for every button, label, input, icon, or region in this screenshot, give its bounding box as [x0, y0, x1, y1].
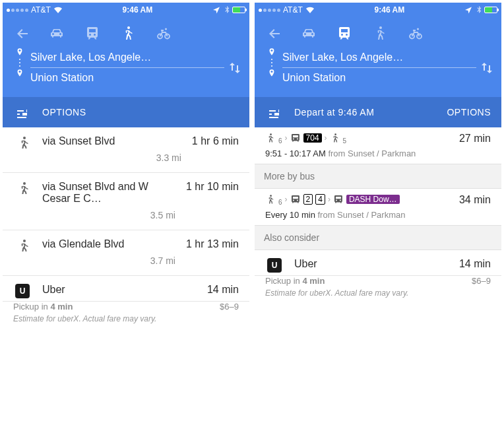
transit-frequency: Every 10 min [265, 210, 315, 220]
back-icon[interactable] [267, 26, 281, 40]
uber-row[interactable]: U Uber 14 min [3, 276, 249, 302]
signal-dots [259, 9, 280, 12]
route-marker-column [261, 48, 282, 88]
mode-walk-icon[interactable] [372, 25, 388, 41]
destination-field[interactable]: Union Station [30, 68, 224, 88]
walk-icon [330, 133, 340, 143]
route-via: via Sunset Blvd [42, 135, 181, 147]
uber-logo-icon: U [267, 258, 282, 273]
bus-line-badge: DASH Dow… [346, 195, 400, 204]
uber-title: Uber [294, 258, 449, 273]
mode-transit-icon[interactable] [84, 25, 100, 41]
route-duration: 1 hr 6 min [192, 135, 239, 147]
uber-disclaimer: Estimate for uberX. Actual fare may vary… [3, 314, 249, 331]
clock-label: 9:46 AM [375, 5, 405, 15]
uber-duration: 14 min [459, 258, 491, 273]
chevron-right-icon: › [285, 133, 288, 143]
wifi-icon [53, 6, 63, 14]
options-bar: Depart at 9:46 AM OPTIONS [255, 97, 501, 127]
options-button[interactable]: OPTIONS [447, 107, 501, 117]
walk-route-row[interactable]: via Glendale Blvd 3.7 mi 1 hr 13 min [3, 230, 249, 276]
bluetooth-icon [223, 5, 230, 15]
chevron-right-icon: › [285, 195, 288, 204]
destination-field[interactable]: Union Station [282, 68, 476, 88]
chevron-right-icon: › [325, 133, 327, 143]
bus-icon [290, 194, 301, 205]
section-header-also-consider: Also consider [255, 225, 501, 250]
bluetooth-icon [475, 5, 482, 15]
phone-walking: AT&T 9:46 AM [3, 3, 249, 331]
uber-disclaimer: Estimate for uberX. Actual fare may vary… [255, 288, 501, 306]
uber-row[interactable]: U Uber 14 min [255, 250, 501, 276]
route-via: via Glendale Blvd [42, 238, 175, 250]
swap-icon[interactable] [227, 60, 240, 76]
status-bar: AT&T 9:46 AM [255, 3, 501, 17]
walk-route-row[interactable]: via Sunset Blvd and W Cesar E C… 3.5 mi … [3, 173, 249, 230]
transit-duration: 34 min [459, 194, 491, 220]
mode-transit-icon[interactable] [336, 25, 352, 41]
tune-icon[interactable] [255, 106, 292, 118]
mode-car-icon[interactable] [49, 25, 65, 41]
swap-icon[interactable] [479, 60, 492, 76]
walk-icon [16, 135, 29, 149]
mode-car-icon[interactable] [301, 25, 317, 41]
bus-icon [333, 194, 344, 205]
transit-duration: 27 min [459, 133, 491, 158]
bus-line-badge: 704 [303, 133, 322, 143]
walk-icon [265, 133, 276, 143]
walk-icon [265, 194, 276, 205]
uber-pickup: Pickup in 4 min [13, 302, 73, 312]
battery-icon [484, 7, 497, 13]
walk-route-row[interactable]: via Sunset Blvd 3.3 mi 1 hr 6 min [3, 127, 249, 173]
uber-pickup: Pickup in 4 min [265, 276, 325, 286]
bus-line-badge: 4 [315, 194, 325, 205]
carrier-label: AT&T [31, 5, 51, 15]
route-marker-column [9, 48, 30, 88]
uber-fare: $6–9 [472, 276, 491, 286]
route-duration: 1 hr 10 min [186, 181, 239, 192]
transit-from: from Sunset / Parkman [318, 210, 406, 220]
options-button[interactable]: OPTIONS [40, 107, 249, 117]
mode-bike-icon[interactable] [156, 25, 172, 41]
transit-from: from Sunset / Parkman [328, 149, 416, 158]
bus-icon [290, 133, 301, 143]
directions-header: Silver Lake, Los Angele… Union Station [3, 17, 249, 97]
carrier-label: AT&T [283, 5, 303, 15]
options-bar: OPTIONS [3, 97, 249, 127]
origin-field[interactable]: Silver Lake, Los Angele… [30, 48, 224, 68]
directions-header: Silver Lake, Los Angele… Union Station [255, 17, 501, 97]
bus-line-badge: 2 [303, 194, 313, 205]
back-icon[interactable] [15, 26, 29, 40]
status-bar: AT&T 9:46 AM [3, 3, 249, 17]
uber-duration: 14 min [207, 284, 239, 298]
walk-icon [16, 238, 29, 251]
signal-dots [7, 9, 28, 12]
uber-fare: $6–9 [220, 302, 239, 312]
mode-walk-icon[interactable] [120, 25, 136, 41]
transit-route-row[interactable]: 6 › 2 4 › DASH Dow… Every 10 min from Su… [255, 189, 501, 225]
wifi-icon [305, 6, 315, 14]
section-header-more-bus: More by bus [255, 164, 501, 189]
location-icon [464, 6, 472, 14]
transit-window: 9:51 - 10:17 AM [265, 149, 326, 158]
transit-route-row[interactable]: 6 › 704 › 5 9:51 - 10:17 AM from Sunset … [255, 127, 501, 164]
uber-title: Uber [42, 284, 197, 298]
route-distance: 3.5 mi [42, 210, 175, 220]
mode-bike-icon[interactable] [408, 25, 424, 41]
phone-transit: AT&T 9:46 AM [255, 3, 501, 331]
uber-logo-icon: U [15, 284, 30, 298]
location-icon [212, 6, 220, 14]
route-distance: 3.7 mi [42, 255, 175, 266]
clock-label: 9:46 AM [123, 5, 153, 15]
route-via: via Sunset Blvd and W Cesar E C… [42, 181, 175, 205]
depart-time-button[interactable]: Depart at 9:46 AM [292, 107, 447, 117]
battery-icon [232, 7, 245, 13]
route-distance: 3.3 mi [42, 152, 181, 163]
walk-icon [16, 181, 29, 194]
chevron-right-icon: › [328, 195, 331, 204]
origin-field[interactable]: Silver Lake, Los Angele… [282, 48, 476, 68]
route-duration: 1 hr 13 min [186, 238, 239, 249]
tune-icon[interactable] [3, 106, 40, 118]
